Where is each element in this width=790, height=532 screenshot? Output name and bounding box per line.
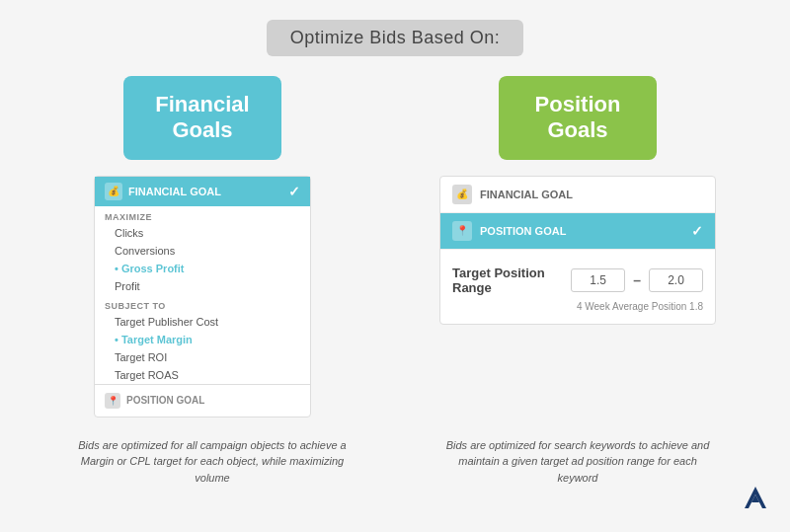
menu-item-target-margin[interactable]: Target Margin — [95, 331, 310, 348]
subject-section-label: SUBJECT TO — [95, 295, 310, 313]
menu-item-target-publisher-cost[interactable]: Target Publisher Cost — [95, 313, 310, 331]
title-bar: Optimize Bids Based On: — [267, 20, 524, 56]
right-panel: PositionGoals 💰 FINANCIAL GOAL 📍 POSITIO… — [400, 76, 755, 325]
financial-goal-header[interactable]: 💰 FINANCIAL GOAL ✓ — [95, 177, 310, 206]
position-goals-button[interactable]: PositionGoals — [499, 76, 657, 160]
position-panel-inner: 💰 FINANCIAL GOAL 📍 POSITION GOAL ✓ Targe… — [439, 176, 716, 325]
position-range-section: Target Position Range – 4 Week Average P… — [440, 250, 715, 324]
menu-item-gross-profit[interactable]: Gross Profit — [95, 260, 310, 277]
position-range-row: Target Position Range – — [452, 266, 703, 295]
check-icon: ✓ — [288, 184, 300, 199]
title-text: Optimize Bids Based On: — [290, 28, 501, 47]
financial-goal-label: FINANCIAL GOAL — [128, 186, 221, 197]
menu-item-conversions[interactable]: Conversions — [95, 242, 310, 260]
right-financial-icon: 💰 — [452, 185, 472, 204]
descriptions-row: Bids are optimized for all campaign obje… — [20, 437, 770, 487]
right-position-label: POSITION GOAL — [480, 225, 566, 237]
right-position-icon: 📍 — [452, 221, 472, 241]
range-separator: – — [633, 272, 641, 288]
avg-position-text: 4 Week Average Position 1.8 — [452, 301, 703, 312]
menu-item-profit[interactable]: Profit — [95, 277, 310, 295]
logo-area — [741, 483, 770, 516]
marin-logo — [741, 483, 770, 512]
right-check-icon: ✓ — [691, 223, 703, 239]
maximize-section-label: MAXIMIZE — [95, 206, 310, 224]
financial-goals-button[interactable]: FinancialGoals — [123, 76, 281, 160]
menu-item-target-roi[interactable]: Target ROI — [95, 348, 310, 366]
right-financial-label: FINANCIAL GOAL — [480, 189, 573, 200]
range-min-input[interactable] — [571, 268, 625, 292]
menu-item-target-roas[interactable]: Target ROAS — [95, 366, 310, 384]
left-description: Bids are optimized for all campaign obje… — [74, 437, 351, 487]
range-max-input[interactable] — [649, 268, 703, 292]
financial-icon: 💰 — [105, 183, 122, 200]
right-position-goal-item[interactable]: 📍 POSITION GOAL ✓ — [440, 213, 715, 250]
position-footer-icon: 📍 — [105, 393, 120, 409]
position-goal-footer[interactable]: 📍 POSITION GOAL — [95, 384, 310, 417]
right-financial-goal-item[interactable]: 💰 FINANCIAL GOAL — [440, 177, 715, 213]
left-panel: FinancialGoals 💰 FINANCIAL GOAL ✓ MAXIMI… — [35, 76, 370, 418]
right-description: Bids are optimized for search keywords t… — [439, 437, 716, 487]
range-label: Target Position Range — [452, 266, 563, 295]
position-goal-footer-label: POSITION GOAL — [126, 395, 204, 406]
financial-menu: 💰 FINANCIAL GOAL ✓ MAXIMIZE Clicks Conve… — [94, 176, 311, 418]
menu-item-clicks[interactable]: Clicks — [95, 224, 310, 242]
